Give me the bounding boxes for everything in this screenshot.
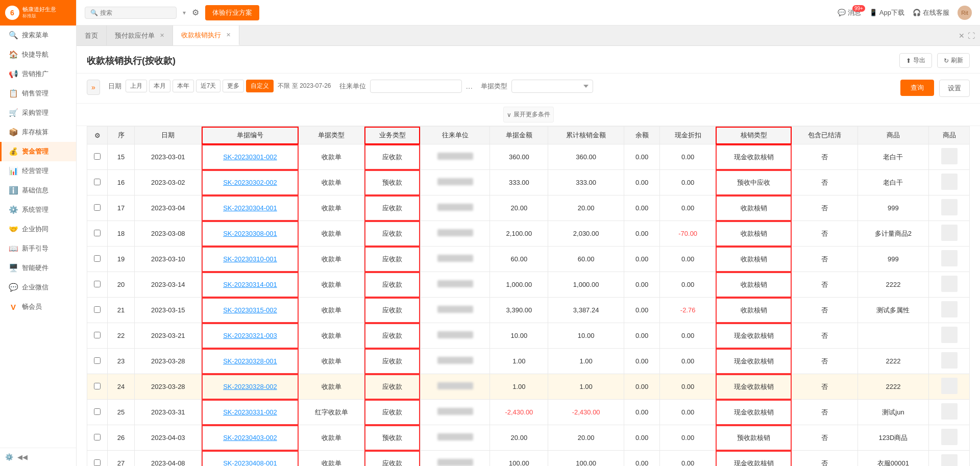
doc-no-link[interactable]: SK-20230403-002 [223,434,277,442]
sidebar-item-basic[interactable]: ℹ️ 基础信息 [0,181,76,200]
td-goods: 测试jun [857,400,929,425]
messages-button[interactable]: 💬 消息 99+ [838,8,861,17]
td-checkbox[interactable] [87,170,108,195]
user-avatar[interactable]: Rit [958,6,972,20]
doc-no-link[interactable]: SK-20230304-001 [223,204,277,212]
row-checkbox[interactable] [94,408,101,415]
doc-no-link[interactable]: SK-20230408-001 [223,459,277,466]
last-month-button[interactable]: 上月 [126,80,147,92]
dropdown-arrow-icon[interactable]: ▾ [183,9,186,16]
doc-no-link[interactable]: SK-20230302-002 [223,179,277,186]
td-checkbox[interactable] [87,374,108,400]
settings-button[interactable]: 设置 [939,80,970,97]
td-amount: 10.00 [490,323,548,349]
td-checkbox[interactable] [87,349,108,374]
voucher-type-select[interactable] [511,80,593,93]
sidebar-item-inventory[interactable]: 📦 库存核算 [0,122,76,142]
tab-verify[interactable]: 收款核销执行 ✕ [173,26,239,45]
td-goods: 2222 [857,349,929,374]
tab-home[interactable]: 首页 [77,26,107,45]
search-input[interactable] [100,9,161,16]
row-checkbox[interactable] [94,255,101,262]
row-checkbox[interactable] [94,230,101,236]
sidebar-item-search[interactable]: 🔍 搜索菜单 [0,26,76,45]
td-checkbox[interactable] [87,247,108,272]
solution-button[interactable]: 体验行业方案 [205,5,259,20]
sidebar-item-hardware[interactable]: 🖥️ 智能硬件 [0,258,76,278]
doc-no-link[interactable]: SK-20230321-003 [223,332,277,339]
sidebar-item-finance[interactable]: 💰 资金管理 [0,142,76,161]
gear-icon[interactable]: ⚙ [192,8,199,17]
sidebar-item-member[interactable]: V 畅会员 [0,297,76,316]
sidebar-item-guide[interactable]: 📖 新手引导 [0,239,76,258]
row-checkbox[interactable] [94,357,101,364]
tab-expand-icon[interactable]: ⛶ [968,32,975,40]
row-checkbox[interactable] [94,204,101,211]
doc-no-link[interactable]: SK-20230328-001 [223,357,277,365]
doc-no-link[interactable]: SK-20230314-001 [223,281,277,288]
td-checkbox[interactable] [87,400,108,425]
th-doc-no: 单据编号 [202,127,299,144]
sidebar-item-sales[interactable]: 📋 销售管理 [0,84,76,103]
td-checkbox[interactable] [87,323,108,349]
td-checkbox[interactable] [87,272,108,298]
guide-icon: 📖 [9,244,18,253]
settings-icon[interactable]: ⚙️ [5,453,13,461]
td-goods-img [929,195,970,221]
this-year-button[interactable]: 本年 [173,80,194,92]
refresh-button[interactable]: ↻ 刷新 [937,53,970,68]
expand-more-button[interactable]: ∨ 展开更多条件 [503,107,554,122]
row-checkbox[interactable] [94,306,101,313]
custom-date-button[interactable]: 自定义 [246,80,274,92]
td-checkbox[interactable] [87,425,108,451]
collapse-icon[interactable]: ◀◀ [17,453,28,461]
tab-close-all-icon[interactable]: ✕ [959,32,965,40]
row-checkbox[interactable] [94,179,101,185]
online-service-button[interactable]: 🎧 在线客服 [913,8,949,17]
app-download-button[interactable]: 📱 App下载 [869,8,904,17]
row-checkbox[interactable] [94,281,101,287]
tab-prepay[interactable]: 预付款应付单 ✕ [107,26,173,45]
td-amount: -2,430.00 [490,400,548,425]
tab-verify-close-icon[interactable]: ✕ [226,32,231,38]
this-month-button[interactable]: 本月 [149,80,170,92]
sidebar-item-purchase[interactable]: 🛒 采购管理 [0,103,76,122]
row-checkbox[interactable] [94,459,101,466]
td-verify-type: 现金收款核销 [716,374,792,400]
sidebar-item-wechat[interactable]: 💬 企业微信 [0,278,76,297]
sidebar-item-marketing[interactable]: 📢 营销推广 [0,64,76,84]
query-button[interactable]: 查询 [900,80,934,96]
row-checkbox[interactable] [94,434,101,440]
doc-no-link[interactable]: SK-20230310-001 [223,255,277,263]
td-checkbox[interactable] [87,451,108,467]
th-goods-img: 商品 [929,127,970,144]
td-checkbox[interactable] [87,298,108,323]
th-gear[interactable]: ⚙ [87,127,108,144]
td-checkbox[interactable] [87,195,108,221]
sidebar-item-system[interactable]: ⚙️ 系统管理 [0,200,76,219]
td-checkbox[interactable] [87,221,108,247]
doc-no-link[interactable]: SK-20230308-001 [223,230,277,237]
sidebar-item-enterprise[interactable]: 🤝 企业协同 [0,219,76,239]
doc-no-link[interactable]: SK-20230315-002 [223,306,277,314]
last-7-days-button[interactable]: 近7天 [196,80,221,92]
partner-more-icon[interactable]: ... [466,82,473,91]
sidebar-item-shortcut[interactable]: 🏠 快捷导航 [0,45,76,64]
tab-prepay-close-icon[interactable]: ✕ [160,32,164,39]
filter-expand-button[interactable]: » [87,80,100,95]
export-button[interactable]: ⬆ 导出 [899,53,932,68]
topbar-search-box[interactable]: 🔍 [85,7,177,19]
row-checkbox[interactable] [94,332,101,338]
operations-icon: 📊 [9,166,18,176]
row-checkbox[interactable] [94,383,101,389]
more-date-button[interactable]: 更多 [223,80,244,92]
purchase-icon: 🛒 [9,108,18,117]
wechat-icon: 💬 [9,283,18,292]
doc-no-link[interactable]: SK-20230301-002 [223,153,277,161]
sidebar-item-operations[interactable]: 📊 经营管理 [0,161,76,181]
doc-no-link[interactable]: SK-20230331-002 [223,408,277,416]
td-checkbox[interactable] [87,144,108,170]
row-checkbox[interactable] [94,153,101,160]
partner-input[interactable] [370,80,462,93]
doc-no-link[interactable]: SK-20230328-002 [223,383,277,390]
